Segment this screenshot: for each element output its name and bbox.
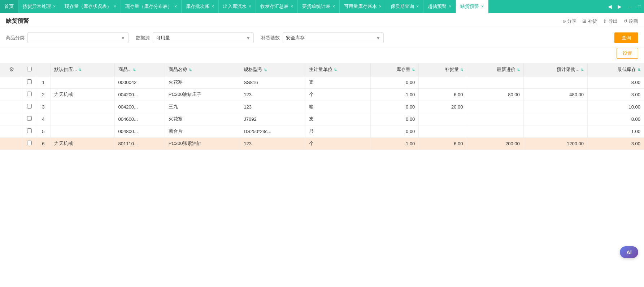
tab-batch[interactable]: 库存批次账 × <box>182 0 219 13</box>
select-all-checkbox[interactable] <box>27 67 32 71</box>
base-value: 安全库存 <box>286 35 376 41</box>
tab-close-expiry[interactable]: × <box>416 4 419 9</box>
share-icon: ⎋ <box>563 18 566 24</box>
tab-inventory-status[interactable]: 现存量（库存状况表） × <box>60 0 121 13</box>
tab-close-abnormal[interactable]: × <box>53 4 56 9</box>
tab-close-collect[interactable]: × <box>291 4 293 9</box>
row-replenish <box>419 76 467 88</box>
row-unit: 支 <box>305 113 370 125</box>
column-settings-btn[interactable]: ⚙ <box>9 66 14 73</box>
row-checkbox-cell[interactable] <box>23 125 36 137</box>
tab-close-demand[interactable]: × <box>332 4 335 9</box>
tab-close-inventory-status[interactable]: × <box>114 4 116 9</box>
tab-expiry[interactable]: 保质期查询 × <box>386 0 423 13</box>
table-body: 1 0000042 火花塞 SS816 支 0.00 8.00 2 力天机械 0… <box>0 76 644 150</box>
col-goods-code-header[interactable]: 商品...⇅ <box>114 63 165 76</box>
row-min-stock: 1.00 <box>588 125 644 137</box>
min-stock-sort-icon: ⇅ <box>638 68 640 72</box>
tab-overstock[interactable]: 超储预警 × <box>423 0 456 13</box>
replenish-btn[interactable]: ⊞ 补货 <box>582 18 597 25</box>
page-content: 缺货预警 ⎋ 分享 ⊞ 补货 ⇧ 导出 ↺ 刷新 商品分类 <box>0 13 644 287</box>
col-latest-price-header[interactable]: 最新进价⇅ <box>467 63 523 76</box>
row-goods-code: 004200... <box>114 101 165 113</box>
row-gear-cell <box>0 76 23 88</box>
query-button[interactable]: 查询 <box>614 32 638 43</box>
row-stock: 0.00 <box>371 76 419 88</box>
col-min-stock-header[interactable]: 最低库存⇅ <box>588 63 644 76</box>
refresh-btn[interactable]: ↺ 刷新 <box>623 18 638 25</box>
row-gear-cell <box>0 113 23 125</box>
row-checkbox-cell[interactable] <box>23 137 36 150</box>
row-replenish: 6.00 <box>419 88 467 101</box>
row-goods-code: 0000042 <box>114 76 165 88</box>
table-row: 3 004200... 三九 123 箱 0.00 20.00 10.00 <box>0 101 644 113</box>
col-gear: ⚙ <box>0 63 23 76</box>
category-select[interactable]: ▼ <box>27 32 129 43</box>
tab-close-inout[interactable]: × <box>249 4 251 9</box>
row-supplier <box>51 125 114 137</box>
row-checkbox[interactable] <box>27 79 32 84</box>
row-min-stock: 3.00 <box>588 88 644 101</box>
ai-badge[interactable]: Ai <box>620 246 638 258</box>
col-supplier-header[interactable]: 默认供应...⇅ <box>51 63 114 76</box>
datasource-select[interactable]: 可用量 ▼ <box>153 32 254 43</box>
tab-close-shortage[interactable]: × <box>481 4 484 9</box>
tab-demand[interactable]: 要货单统计表 × <box>298 0 340 13</box>
tab-bar: 首页 拣货异常处理 × 现存量（库存状况表） × 现存量（库存分布表） × 库存… <box>0 0 644 13</box>
base-select[interactable]: 安全库存 ▼ <box>283 32 384 43</box>
replenish-icon: ⊞ <box>582 18 586 24</box>
col-select-all[interactable] <box>23 63 36 76</box>
row-min-stock: 8.00 <box>588 76 644 88</box>
row-spec: SS816 <box>240 76 305 88</box>
col-goods-name-header[interactable]: 商品名称⇅ <box>165 63 240 76</box>
row-goods-code: 801110... <box>114 137 165 150</box>
tab-minimize-btn[interactable]: — <box>625 4 635 9</box>
goods-code-sort-icon: ⇅ <box>133 68 136 72</box>
row-supplier: 力天机械 <box>51 88 114 101</box>
export-btn[interactable]: ⇧ 导出 <box>603 18 618 25</box>
row-spec: 123 <box>240 88 305 101</box>
filter-datasource-group: 数据源 可用量 ▼ <box>136 32 254 43</box>
tab-home[interactable]: 首页 <box>0 0 18 13</box>
tab-close-batch[interactable]: × <box>212 4 214 9</box>
tab-inventory-dist[interactable]: 现存量（库存分布表） × <box>121 0 182 13</box>
setting-button[interactable]: 设置 <box>617 48 638 59</box>
row-est-purchase: 1200.00 <box>523 137 587 150</box>
tab-close-inventory-dist[interactable]: × <box>174 4 177 9</box>
row-replenish <box>419 125 467 137</box>
filter-right-buttons: 查询 <box>614 32 638 43</box>
tab-close-available[interactable]: × <box>379 4 382 9</box>
tab-available[interactable]: 可用量库存账本 × <box>340 0 386 13</box>
share-btn[interactable]: ⎋ 分享 <box>563 18 576 25</box>
col-est-purchase-header[interactable]: 预计采购...⇅ <box>523 63 587 76</box>
row-checkbox[interactable] <box>27 92 32 96</box>
page-title: 缺货预警 <box>6 17 29 25</box>
tab-inout-flow[interactable]: 出入库流水 × <box>219 0 256 13</box>
stock-sort-icon: ⇅ <box>412 68 415 72</box>
tab-next-btn[interactable]: ▶ <box>615 4 625 9</box>
row-checkbox[interactable] <box>27 141 32 145</box>
row-gear-cell <box>0 125 23 137</box>
row-replenish: 20.00 <box>419 101 467 113</box>
row-replenish: 6.00 <box>419 137 467 150</box>
col-stock-header[interactable]: 库存量⇅ <box>371 63 419 76</box>
tab-abnormal[interactable]: 拣货异常处理 × <box>18 0 60 13</box>
row-checkbox[interactable] <box>27 116 32 121</box>
row-checkbox-cell[interactable] <box>23 76 36 88</box>
row-checkbox[interactable] <box>27 128 32 133</box>
tab-prev-btn[interactable]: ◀ <box>605 4 615 9</box>
tab-maximize-btn[interactable]: □ <box>635 4 644 9</box>
tab-shortage[interactable]: 缺货预警 × <box>456 0 488 13</box>
row-spec: 123 <box>240 101 305 113</box>
row-checkbox-cell[interactable] <box>23 101 36 113</box>
row-min-stock: 3.00 <box>588 137 644 150</box>
col-unit-header[interactable]: 主计量单位⇅ <box>305 63 370 76</box>
tab-close-overstock[interactable]: × <box>449 4 451 9</box>
row-checkbox-cell[interactable] <box>23 88 36 101</box>
col-replenish-header[interactable]: 补货量⇅ <box>419 63 467 76</box>
row-checkbox[interactable] <box>27 104 32 109</box>
tab-collect[interactable]: 收发存汇总表 × <box>256 0 298 13</box>
row-checkbox-cell[interactable] <box>23 113 36 125</box>
row-unit: 箱 <box>305 101 370 113</box>
col-spec-header[interactable]: 规格型号⇅ <box>240 63 305 76</box>
